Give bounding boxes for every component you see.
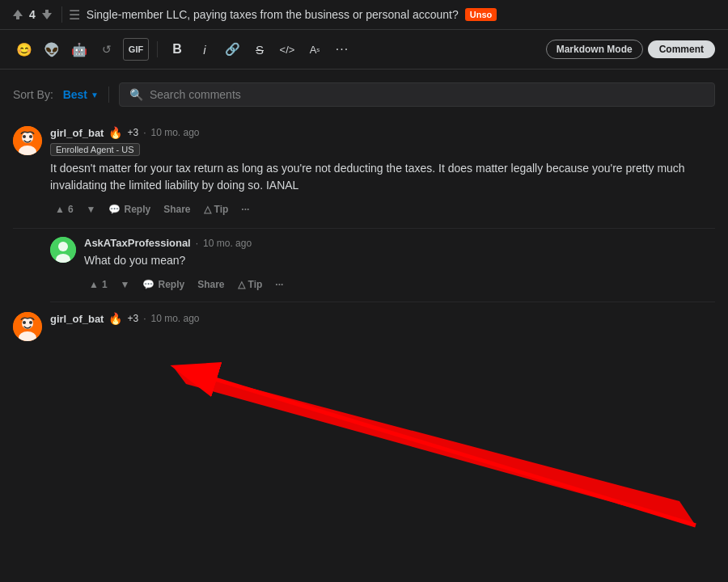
nested-comment: AskATaxProfessional · 10 mo. ago What do… [50, 229, 715, 302]
nested-reply-icon: 💬 [142, 279, 154, 290]
downvote-comment-button[interactable]: ▼ [82, 200, 101, 218]
superscript-button[interactable]: As [303, 38, 326, 61]
post-icon: ☰ [69, 7, 80, 23]
timestamp: · [143, 127, 146, 138]
post-title: Single-member LLC, paying taxes from the… [87, 8, 459, 21]
downvote-button[interactable] [39, 6, 55, 23]
reply-icon: 💬 [108, 204, 121, 215]
chevron-down-icon: ▼ [91, 91, 99, 99]
nested-tip-button[interactable]: △ Tip [233, 276, 268, 293]
sort-by-dropdown[interactable]: Sort By: Best ▼ [13, 88, 99, 101]
nested-comment-body: AskATaxProfessional · 10 mo. ago What do… [84, 237, 715, 293]
sort-search-bar: Sort By: Best ▼ 🔍 [0, 70, 728, 116]
upvote-comment-button[interactable]: ▲ 6 [50, 200, 78, 218]
downvote-icon: ▼ [87, 204, 96, 215]
nested-upvote-count: 1 [102, 279, 108, 290]
svg-point-3 [23, 135, 26, 138]
code-button[interactable]: </> [276, 38, 298, 61]
top-bar: 4 ☰ Single-member LLC, paying taxes from… [0, 0, 728, 30]
third-avatar [13, 312, 42, 341]
search-icon: 🔍 [129, 88, 143, 101]
nested-timestamp-dot: · [196, 238, 198, 249]
tip-button[interactable]: △ Tip [199, 200, 234, 218]
comment-header: girl_of_bat 🔥 +3 · 10 mo. ago [50, 126, 715, 139]
gif-button[interactable]: GIF [123, 38, 149, 61]
nested-upvote-button[interactable]: ▲ 1 [84, 276, 112, 293]
nested-downvote-button[interactable]: ▼ [116, 276, 135, 293]
upvote-icon: ▲ [55, 204, 65, 215]
timestamp-value: 10 mo. ago [151, 127, 200, 138]
sort-value: Best [63, 88, 87, 101]
nested-share-button[interactable]: Share [193, 276, 229, 293]
svg-point-4 [29, 135, 32, 138]
third-comment: girl_of_bat 🔥 +3 · 10 mo. ago [13, 302, 715, 351]
strikethrough-button[interactable]: S [248, 38, 271, 61]
flair-icon: 🔥 [108, 126, 122, 139]
nested-upvote-icon: ▲ [89, 279, 99, 290]
nested-comment-header: AskATaxProfessional · 10 mo. ago [84, 237, 715, 249]
comments-section: girl_of_bat 🔥 +3 · 10 mo. ago Enrolled A… [0, 116, 728, 537]
nested-reply-button[interactable]: 💬 Reply [138, 276, 189, 293]
more-actions-button[interactable]: ··· [236, 200, 254, 218]
upvote-button[interactable] [10, 6, 26, 23]
nested-username[interactable]: AskATaxProfessional [84, 237, 191, 249]
more-formats-button[interactable]: ··· [331, 38, 353, 61]
third-dot: · [143, 313, 146, 324]
reddit-face-icon[interactable]: 👽 [40, 38, 63, 61]
nested-timestamp: 10 mo. ago [203, 238, 252, 249]
svg-point-11 [23, 321, 26, 324]
nested-more-button[interactable]: ··· [270, 276, 288, 293]
toolbar-divider-1 [157, 41, 158, 57]
share-button[interactable]: Share [159, 200, 195, 218]
upvote-count: 6 [68, 204, 74, 215]
vote-count: 4 [29, 8, 36, 21]
nested-comment-actions: ▲ 1 ▼ 💬 Reply Share △ Tip [84, 276, 715, 293]
nested-tip-icon: △ [238, 279, 245, 290]
link-button[interactable]: 🔗 [221, 38, 243, 61]
bold-button[interactable]: B [166, 38, 188, 61]
nested-downvote-icon: ▼ [121, 279, 130, 290]
svg-point-12 [29, 321, 32, 324]
comment-button[interactable]: Comment [648, 40, 715, 58]
comment-item: girl_of_bat 🔥 +3 · 10 mo. ago Enrolled A… [13, 116, 715, 229]
post-title-bar: ☰ Single-member LLC, paying taxes from t… [69, 7, 718, 23]
robot-icon[interactable]: 🤖 [68, 38, 91, 61]
reply-button[interactable]: 💬 Reply [104, 200, 155, 218]
avatar [13, 126, 42, 155]
search-container: 🔍 [119, 82, 715, 107]
svg-point-6 [58, 242, 68, 251]
sort-by-label: Sort By: [13, 88, 53, 101]
comment-actions: ▲ 6 ▼ 💬 Reply Share △ Tip ··· [50, 200, 715, 218]
markdown-mode-button[interactable]: Markdown Mode [546, 40, 643, 59]
third-flair-icon: 🔥 [108, 312, 122, 325]
username[interactable]: girl_of_bat [50, 127, 104, 139]
flair-badge: Unso [465, 8, 497, 21]
search-divider [108, 86, 109, 103]
comment-body: girl_of_bat 🔥 +3 · 10 mo. ago Enrolled A… [50, 126, 715, 218]
third-username[interactable]: girl_of_bat [50, 313, 104, 325]
third-karma: +3 [127, 313, 138, 324]
emoji-icon[interactable]: 😊 [13, 38, 36, 61]
divider [61, 6, 62, 23]
third-timestamp: 10 mo. ago [151, 313, 200, 324]
karma-badge: +3 [127, 127, 138, 138]
third-comment-body: girl_of_bat 🔥 +3 · 10 mo. ago [50, 312, 715, 341]
third-comment-header: girl_of_bat 🔥 +3 · 10 mo. ago [50, 312, 715, 325]
italic-button[interactable]: i [193, 38, 216, 61]
undo-icon[interactable]: ↺ [95, 38, 118, 61]
search-input[interactable] [150, 88, 705, 101]
comment-text: It doesn't matter for your tax return as… [50, 160, 715, 194]
avatar-sm [50, 237, 76, 263]
nested-comment-text: What do you mean? [84, 252, 715, 269]
vote-section: 4 [10, 6, 55, 23]
enrolled-agent-badge: Enrolled Agent - US [50, 143, 140, 156]
toolbar: 😊 👽 🤖 ↺ GIF B i 🔗 S </> As ··· Markdown … [0, 30, 728, 70]
tip-icon: △ [204, 204, 211, 215]
nested-comment-inner: AskATaxProfessional · 10 mo. ago What do… [50, 237, 715, 293]
